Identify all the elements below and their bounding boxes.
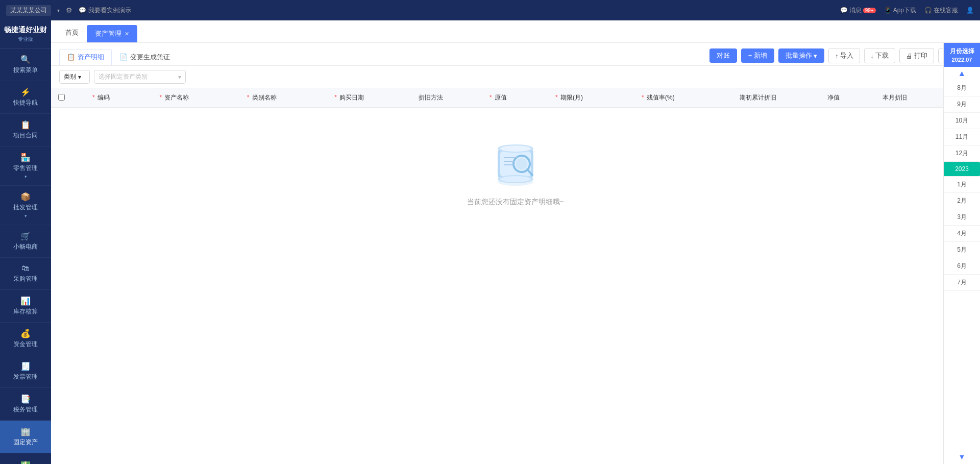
tab-close-icon[interactable]: ✕ bbox=[125, 31, 129, 37]
page-content: 📋 资产明细 📄 变更生成凭证 对账 + 新增 批量操作 ▾ ↑ bbox=[51, 43, 980, 464]
sidebar-label-fixedasset: 固定资产 bbox=[13, 438, 38, 447]
col-name: * 资产名称 bbox=[131, 88, 218, 108]
month-picker: 月份选择 2022.07 ▲ 8月 9月 10月 11月 12月 2023 1月… bbox=[943, 43, 980, 464]
month-item-2023-2[interactable]: 2月 bbox=[944, 193, 980, 209]
fixedasset-icon: 🏢 bbox=[20, 427, 31, 436]
app-icon: 📱 bbox=[884, 7, 892, 14]
category-select[interactable]: 类别 ▾ bbox=[59, 70, 90, 84]
app-download-button[interactable]: 📱 App下载 bbox=[884, 6, 916, 15]
sidebar-item-retail[interactable]: 🏪 零售管理 ▾ bbox=[0, 146, 51, 186]
svg-point-8 bbox=[516, 158, 527, 169]
add-button[interactable]: + 新增 bbox=[741, 48, 774, 63]
empty-illustration bbox=[485, 138, 546, 189]
empty-state: 当前您还没有固定资产明细哦~ bbox=[51, 108, 980, 237]
retail-icon: 🏪 bbox=[20, 153, 31, 162]
month-picker-title: 月份选择 2022.07 bbox=[944, 43, 980, 67]
message-icon: 💬 bbox=[840, 7, 848, 14]
month-item-9[interactable]: 9月 bbox=[944, 96, 980, 113]
sub-tab-assetdetail[interactable]: 📋 资产明细 bbox=[59, 49, 112, 65]
online-service-button[interactable]: 🎧 在线客服 bbox=[924, 6, 958, 15]
sub-tab-assetdetail-label: 资产明细 bbox=[78, 53, 104, 62]
sidebar-item-tax[interactable]: 📑 税务管理 bbox=[0, 388, 51, 421]
month-item-10[interactable]: 10月 bbox=[944, 113, 980, 129]
company-dropdown-icon[interactable]: ▾ bbox=[57, 8, 60, 13]
col-checkbox bbox=[51, 88, 71, 108]
project-icon: 📋 bbox=[20, 120, 31, 130]
category-select-label: 类别 bbox=[64, 72, 76, 81]
sidebar-label-search: 搜索菜单 bbox=[13, 66, 38, 75]
sidebar-item-ecommerce[interactable]: 🛒 小畅电商 bbox=[0, 225, 51, 258]
month-item-2023-4[interactable]: 4月 bbox=[944, 226, 980, 242]
sidebar-item-salary[interactable]: 💵 工资 bbox=[0, 453, 51, 464]
month-item-11[interactable]: 11月 bbox=[944, 129, 980, 145]
tab-home[interactable]: 首页 bbox=[57, 24, 87, 42]
category-input[interactable]: 选择固定资产类别 ▾ bbox=[94, 70, 186, 84]
col-net-value: 净值 bbox=[810, 88, 857, 108]
app-edition: 专业版 bbox=[18, 36, 33, 43]
purchase-icon: 🛍 bbox=[21, 264, 30, 273]
assetdetail-icon: 📋 bbox=[67, 53, 75, 61]
sidebar-label-purchase: 采购管理 bbox=[13, 275, 38, 283]
user-avatar[interactable]: 👤 bbox=[966, 7, 974, 14]
demo-link-text: 我要看实例演示 bbox=[88, 6, 131, 15]
sidebar-item-finance[interactable]: 💰 资金管理 bbox=[0, 323, 51, 355]
month-item-2023-6[interactable]: 6月 bbox=[944, 258, 980, 275]
month-item-8[interactable]: 8月 bbox=[944, 80, 980, 96]
tax-icon: 📑 bbox=[20, 394, 31, 404]
match-button[interactable]: 对账 bbox=[709, 48, 737, 63]
sidebar-item-fixedasset[interactable]: 🏢 固定资产 bbox=[0, 421, 51, 453]
sub-tab-changevoucher[interactable]: 📄 变更生成凭证 bbox=[112, 49, 178, 65]
col-month-dep: 本月折旧 bbox=[857, 88, 933, 108]
sidebar-item-wholesale[interactable]: 📦 批发管理 ▾ bbox=[0, 186, 51, 225]
batch-dropdown-icon: ▾ bbox=[814, 52, 817, 60]
invoice-icon: 🧾 bbox=[20, 361, 31, 371]
import-button[interactable]: ↑ 导入 bbox=[828, 48, 860, 63]
wholesale-icon: 📦 bbox=[20, 192, 31, 202]
month-picker-down-icon[interactable]: ▼ bbox=[955, 450, 969, 464]
col-period: * 期限(月) bbox=[528, 88, 610, 108]
batch-label: 批量操作 bbox=[786, 51, 812, 60]
sidebar-label-project: 项目合同 bbox=[13, 131, 38, 140]
col-period-accum-dep: 期初累计折旧 bbox=[706, 88, 810, 108]
search-icon: 🔍 bbox=[20, 55, 31, 64]
sidebar-item-purchase[interactable]: 🛍 采购管理 bbox=[0, 258, 51, 290]
batch-button[interactable]: 批量操作 ▾ bbox=[778, 48, 824, 63]
salary-icon: 💵 bbox=[20, 459, 31, 464]
sidebar-logo: 畅捷通好业财 专业版 bbox=[0, 20, 51, 48]
app-name: 畅捷通好业财 bbox=[4, 26, 47, 35]
sidebar-item-invoice[interactable]: 🧾 发票管理 bbox=[0, 355, 51, 388]
messages-button[interactable]: 💬 消息 99+ bbox=[840, 6, 876, 15]
main-layout: 畅捷通好业财 专业版 🔍 搜索菜单 ⚡ 快捷导航 📋 项目合同 🏪 零售管理 ▾… bbox=[0, 20, 980, 464]
tab-assetmgmt[interactable]: 资产管理 ✕ bbox=[87, 25, 137, 42]
sidebar-item-search[interactable]: 🔍 搜索菜单 bbox=[0, 48, 51, 81]
month-item-2023-3[interactable]: 3月 bbox=[944, 209, 980, 226]
top-header: 某某某某公司 ▾ ⚙ 💬 我要看实例演示 💬 消息 99+ 📱 App下载 🎧 … bbox=[0, 0, 980, 20]
sidebar-item-inventory[interactable]: 📊 库存核算 bbox=[0, 290, 51, 323]
month-list: 8月 9月 10月 11月 12月 2023 1月 2月 3月 4月 5月 6月… bbox=[944, 80, 980, 450]
select-all-checkbox[interactable] bbox=[58, 94, 65, 101]
inventory-icon: 📊 bbox=[20, 296, 31, 306]
empty-text: 当前您还没有固定资产明细哦~ bbox=[467, 198, 564, 207]
download-icon: ↓ bbox=[871, 52, 874, 60]
settings-icon[interactable]: ⚙ bbox=[66, 6, 72, 14]
month-item-2023-1[interactable]: 1月 bbox=[944, 177, 980, 193]
month-item-2023-5[interactable]: 5月 bbox=[944, 242, 980, 258]
company-name[interactable]: 某某某某公司 bbox=[6, 5, 51, 16]
category-select-arrow: ▾ bbox=[78, 74, 81, 81]
svg-point-4 bbox=[500, 145, 531, 152]
table-container: * 编码 * 资产名称 * 类别名称 bbox=[51, 88, 980, 464]
quicknav-icon: ⚡ bbox=[20, 87, 31, 97]
month-picker-up-icon[interactable]: ▲ bbox=[956, 67, 968, 80]
month-item-2023-7[interactable]: 7月 bbox=[944, 275, 980, 291]
sidebar-item-project[interactable]: 📋 项目合同 bbox=[0, 114, 51, 146]
col-dep-method: 折旧方法 bbox=[393, 88, 469, 108]
sidebar-item-quicknav[interactable]: ⚡ 快捷导航 bbox=[0, 81, 51, 114]
month-item-12[interactable]: 12月 bbox=[944, 145, 980, 162]
month-item-2023-marker[interactable]: 2023 bbox=[944, 162, 980, 177]
sub-tab-changevoucher-label: 变更生成凭证 bbox=[130, 53, 170, 62]
download-button[interactable]: ↓ 下载 bbox=[864, 48, 896, 63]
demo-link[interactable]: 💬 我要看实例演示 bbox=[79, 6, 131, 15]
category-input-arrow: ▾ bbox=[178, 74, 181, 81]
print-button[interactable]: 🖨 打印 bbox=[899, 48, 934, 63]
sidebar-label-tax: 税务管理 bbox=[13, 405, 38, 414]
